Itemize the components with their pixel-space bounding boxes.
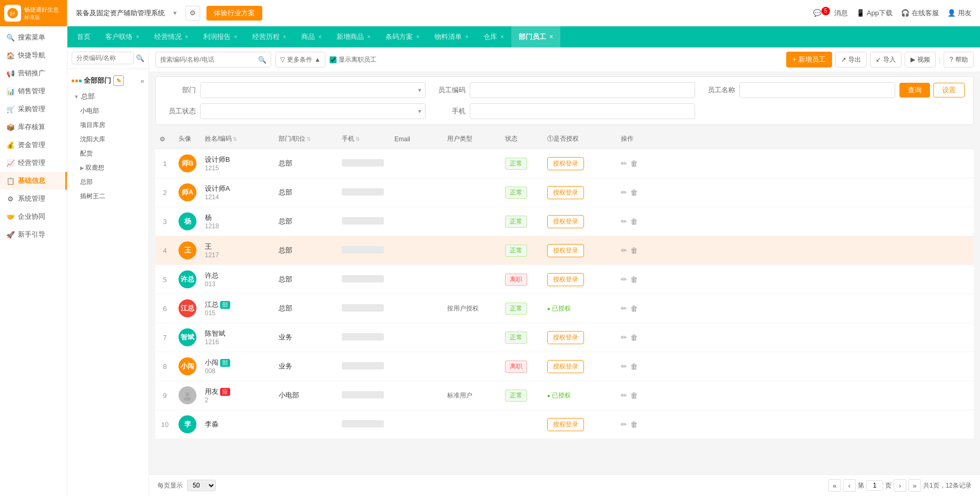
delete-button[interactable]: 🗑 (630, 246, 638, 255)
sidebar-item-purchase[interactable]: 🛒 采购管理 (0, 100, 67, 118)
tab-close-goods[interactable]: × (318, 33, 322, 41)
auth-button[interactable]: 授权登录 (547, 331, 584, 344)
tab-close-barcode[interactable]: × (416, 33, 420, 41)
tab-customer[interactable]: 客户联络× (98, 26, 147, 47)
app-download-button[interactable]: 📱 App下载 (856, 8, 893, 18)
delete-button[interactable]: 🗑 (630, 391, 638, 400)
auth-button[interactable]: 授权登录 (547, 215, 584, 228)
delete-button[interactable]: 🗑 (630, 217, 638, 226)
edit-button[interactable]: ✏ (621, 333, 627, 342)
view-button[interactable]: ▶ 视频 (905, 52, 936, 67)
delete-button[interactable]: 🗑 (630, 362, 638, 371)
delete-button[interactable]: 🗑 (630, 333, 638, 342)
delete-button[interactable]: 🗑 (630, 304, 638, 313)
import-button[interactable]: ↙ 导入 (870, 52, 902, 67)
sidebar-item-finance[interactable]: 💰 资金管理 (0, 136, 67, 154)
delete-button[interactable]: 🗑 (630, 159, 638, 168)
tab-process[interactable]: 经营历程× (245, 26, 294, 47)
edit-button[interactable]: ✏ (621, 362, 627, 371)
delete-button[interactable]: 🗑 (630, 420, 638, 429)
auth-button[interactable]: 授权登录 (547, 157, 584, 170)
tab-bom[interactable]: 物料清单× (427, 26, 476, 47)
auth-button[interactable]: 授权登录 (547, 186, 584, 199)
tab-close-warehouse[interactable]: × (500, 33, 504, 41)
tab-warehouse[interactable]: 仓库× (476, 26, 511, 47)
tab-close-process[interactable]: × (283, 33, 286, 41)
page-first-button[interactable]: « (828, 479, 841, 492)
add-employee-button[interactable]: + 新增员工 (786, 52, 832, 67)
dept-item-shenyang[interactable]: 沈阳大库 (67, 132, 149, 147)
filter-phone-input[interactable] (470, 103, 695, 119)
export-button[interactable]: ↗ 导出 (835, 52, 867, 67)
dept-item-project[interactable]: 项目库房 (67, 118, 149, 132)
sidebar-item-nav[interactable]: 🏠 快捷导航 (0, 46, 67, 64)
edit-button[interactable]: ✏ (621, 420, 627, 429)
dept-item-head[interactable]: 总部 (67, 175, 149, 189)
tab-dept-employee[interactable]: 部门员工× (511, 26, 560, 47)
more-filter-button[interactable]: ▽ 更多条件 ▲ (275, 52, 325, 67)
edit-button[interactable]: ✏ (621, 391, 627, 400)
sort-dept[interactable]: 部门/职位 ⇅ (279, 134, 311, 143)
sidebar-item-system[interactable]: ⚙ 系统管理 (0, 190, 67, 208)
tab-close-business[interactable]: × (185, 33, 189, 41)
tab-barcode[interactable]: 条码方案× (378, 26, 427, 47)
edit-button[interactable]: ✏ (621, 304, 627, 313)
dept-search-icon[interactable]: 🔍 (136, 54, 144, 62)
sort-phone[interactable]: 手机 ⇅ (342, 134, 360, 143)
filter-emp-status-select[interactable] (200, 103, 425, 119)
sidebar-item-sales[interactable]: 📊 销售管理 (0, 82, 67, 100)
dept-collapse-icon[interactable]: « (141, 77, 144, 85)
query-button[interactable]: 查询 (899, 83, 930, 98)
sidebar-item-inventory[interactable]: 📦 库存核算 (0, 118, 67, 136)
filter-emp-name-input[interactable] (739, 82, 895, 98)
auth-button[interactable]: 授权登录 (547, 273, 584, 286)
message-button[interactable]: 💬 5 消息 (813, 8, 848, 18)
sidebar-item-marketing[interactable]: 📢 营销推广 (0, 64, 67, 82)
help-button[interactable]: ? 帮助 (944, 52, 974, 67)
sidebar-item-guide[interactable]: 🚀 新手引导 (0, 226, 67, 244)
edit-button[interactable]: ✏ (621, 246, 627, 255)
tab-close-dept[interactable]: × (549, 33, 553, 41)
edit-button[interactable]: ✏ (621, 275, 627, 284)
sidebar-item-search[interactable]: 🔍 搜索菜单 (0, 28, 67, 46)
tab-close-profit[interactable]: × (234, 33, 237, 41)
dept-edit-icon[interactable]: ✎ (113, 75, 124, 86)
dept-group-header-root[interactable]: ▼ 总部 (67, 89, 149, 104)
tab-add-goods[interactable]: 新增商品× (329, 26, 378, 47)
gear-icon[interactable]: ⚙ (160, 135, 165, 143)
delete-button[interactable]: 🗑 (630, 188, 638, 197)
tab-close-customer[interactable]: × (136, 33, 140, 41)
page-next-button[interactable]: › (894, 479, 906, 492)
dept-item-double[interactable]: ▶ 双鹿想 (67, 161, 149, 175)
filter-emp-code-input[interactable] (470, 82, 695, 98)
dept-item-plug[interactable]: 插树王二 (67, 189, 149, 203)
tab-close-bom[interactable]: × (465, 33, 469, 41)
sidebar-item-basic-info[interactable]: 📋 基础信息 (0, 172, 67, 190)
sidebar-item-operations[interactable]: 📈 经营管理 (0, 154, 67, 172)
tab-business[interactable]: 经营情况× (147, 26, 196, 47)
page-prev-button[interactable]: ‹ (843, 479, 856, 492)
filter-dept-select[interactable] (200, 82, 425, 98)
edit-button[interactable]: ✏ (621, 188, 627, 197)
set-button[interactable]: 设置 (933, 83, 965, 98)
page-input[interactable] (866, 480, 883, 491)
search-input[interactable] (160, 56, 258, 63)
auth-button[interactable]: 授权登录 (547, 418, 584, 431)
tab-close-add-goods[interactable]: × (367, 33, 371, 41)
user-avatar[interactable]: 👤 用友 (947, 8, 972, 18)
sidebar-item-collab[interactable]: 🤝 企业协同 (0, 208, 67, 226)
trial-button[interactable]: 体验行业方案 (206, 6, 262, 21)
sort-name[interactable]: 姓名/编码 ⇅ (205, 134, 237, 143)
search-icon[interactable]: 🔍 (258, 56, 266, 64)
edit-button[interactable]: ✏ (621, 159, 627, 168)
online-service-button[interactable]: 🎧 在线客服 (901, 8, 939, 18)
dept-item-small-elec[interactable]: 小电部 (67, 104, 149, 118)
tab-home[interactable]: 首页 (70, 26, 98, 47)
show-dimission-checkbox[interactable] (330, 56, 336, 63)
dept-item-distribution[interactable]: 配货 (67, 147, 149, 161)
auth-button[interactable]: 授权登录 (547, 360, 584, 373)
delete-button[interactable]: 🗑 (630, 275, 638, 284)
dept-all-item[interactable]: 全部部门 ✎ « (67, 72, 149, 89)
edit-button[interactable]: ✏ (621, 217, 627, 226)
settings-button[interactable]: ⚙ (185, 6, 200, 21)
